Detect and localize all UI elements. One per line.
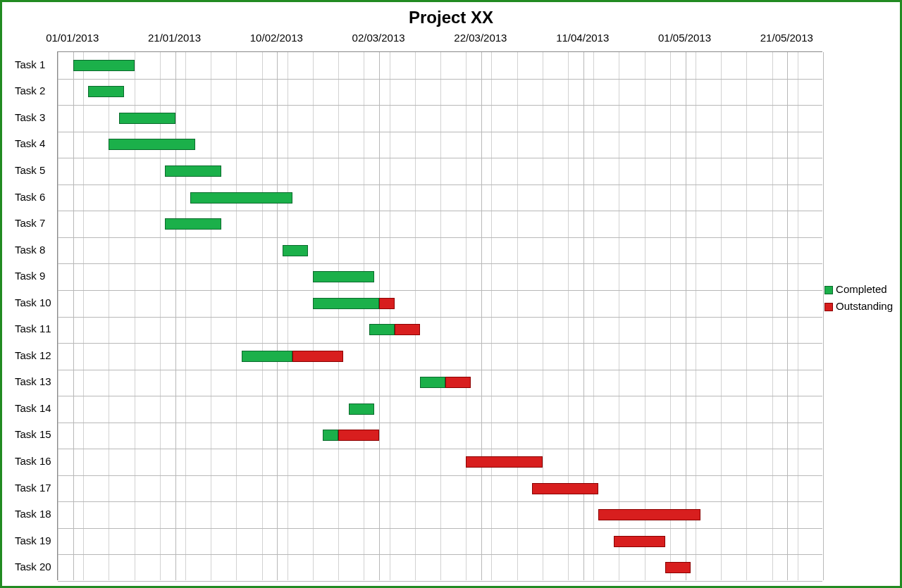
bar-outstanding [598,509,700,520]
legend-item-completed: Completed [824,281,893,298]
y-axis-labels: Task 1Task 2Task 3Task 4Task 5Task 6Task… [2,51,57,580]
x-tick-label: 11/04/2013 [556,32,609,44]
bar-outstanding [466,456,543,468]
task-label: Task 8 [2,243,56,257]
legend-label: Completed [836,283,887,295]
legend-label: Outstanding [836,300,893,312]
task-label: Task 2 [2,84,56,98]
bar-completed [420,377,445,388]
task-label: Task 7 [2,216,56,230]
legend: Completed Outstanding [824,281,893,315]
task-label: Task 5 [2,163,56,177]
task-label: Task 11 [2,322,56,336]
chart-title: Project XX [2,2,900,27]
bar-completed [190,192,292,204]
task-label: Task 19 [2,534,56,548]
task-label: Task 6 [2,190,56,204]
x-tick-label: 21/01/2013 [148,32,201,44]
bar-completed [369,324,395,335]
bar-completed [323,430,338,441]
bar-outstanding [292,351,343,362]
task-label: Task 13 [2,375,56,389]
bar-outstanding [614,536,665,547]
bar-completed [349,404,374,415]
bar-completed [165,165,221,177]
bar-outstanding [665,562,691,573]
bar-outstanding [445,377,471,388]
task-label: Task 1 [2,58,56,72]
gantt-plot-area [57,51,822,580]
x-tick-label: 02/03/2013 [352,32,405,44]
bar-completed [165,218,221,230]
x-axis-labels: 01/01/201321/01/201310/02/201302/03/2013… [2,32,900,47]
task-label: Task 18 [2,507,56,521]
bar-outstanding [379,298,395,309]
swatch-outstanding-icon [824,303,833,311]
x-tick-label: 10/02/2013 [250,32,303,44]
task-label: Task 20 [2,560,56,574]
bar-completed [88,86,124,97]
bar-completed [109,139,195,150]
task-label: Task 9 [2,269,56,283]
task-label: Task 12 [2,349,56,363]
task-label: Task 16 [2,454,56,468]
bar-outstanding [338,430,379,441]
task-label: Task 10 [2,296,56,310]
bar-completed [242,351,292,362]
x-tick-label: 21/05/2013 [760,32,813,44]
legend-item-outstanding: Outstanding [824,298,893,315]
task-label: Task 4 [2,137,56,151]
bar-completed [313,298,379,309]
bar-completed [119,113,175,124]
bar-completed [73,60,135,71]
bar-outstanding [395,324,420,335]
bar-completed [283,245,308,256]
chart-frame: Project XX 01/01/201321/01/201310/02/201… [0,0,902,588]
bar-outstanding [532,483,598,494]
x-tick-label: 01/01/2013 [46,32,99,44]
x-tick-label: 01/05/2013 [658,32,711,44]
task-label: Task 3 [2,111,56,125]
swatch-completed-icon [824,286,833,294]
x-tick-label: 22/03/2013 [454,32,507,44]
task-label: Task 15 [2,427,56,442]
task-label: Task 14 [2,401,56,415]
bar-completed [313,271,374,282]
task-label: Task 17 [2,481,56,495]
